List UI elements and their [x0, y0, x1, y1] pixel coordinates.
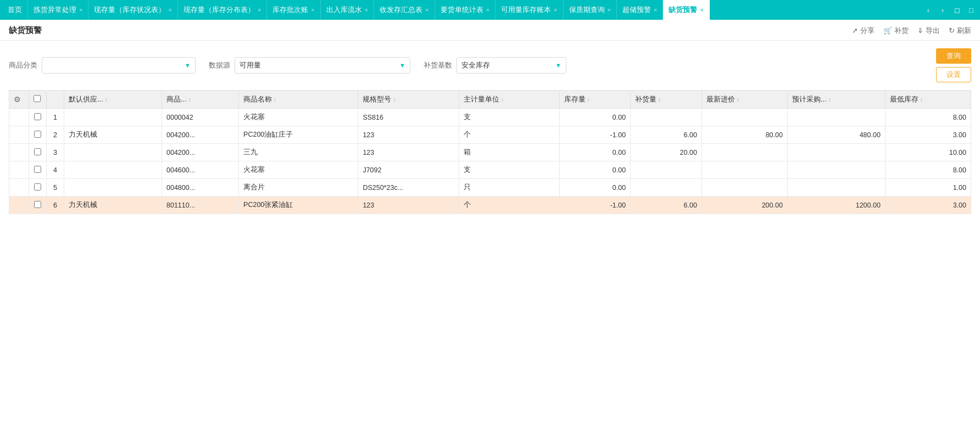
row-latest-price: 80.00: [701, 126, 787, 144]
tab-inout-flow[interactable]: 出入库流水 ×: [321, 0, 374, 20]
datasource-select[interactable]: 可用量 ▼: [235, 57, 410, 74]
row-checkbox[interactable]: [34, 113, 41, 120]
row-latest-price: 200.00: [701, 197, 787, 214]
th-spec: 规格型号 ↕: [358, 91, 459, 109]
sort-supplier[interactable]: 默认供应... ↕: [69, 94, 157, 104]
tab-inventory-status[interactable]: 现存量（库存状况表） ×: [88, 0, 177, 20]
row-checkbox[interactable]: [34, 131, 41, 138]
tab-available-ledger[interactable]: 可用量库存账本 ×: [495, 0, 563, 20]
sort-code[interactable]: 商品... ↕: [166, 94, 234, 104]
tab-overstock[interactable]: 超储预警 ×: [617, 0, 663, 20]
restore-button[interactable]: ◻: [950, 3, 964, 16]
commodity-select[interactable]: ▼: [42, 57, 196, 74]
close-icon[interactable]: ×: [79, 7, 82, 13]
th-latest-price: 最新进价 ↕: [701, 91, 787, 109]
row-checkbox-cell[interactable]: [29, 144, 47, 161]
datasource-filter-group: 数据源 可用量 ▼: [209, 57, 410, 74]
query-button[interactable]: 查询: [936, 48, 971, 64]
row-min-stock: 8.00: [885, 109, 971, 126]
close-icon[interactable]: ×: [700, 7, 703, 13]
select-all-checkbox[interactable]: [34, 95, 41, 102]
page-header: 缺货预警 ➚ 分享 🛒 补货 ⇓ 导出 ↻ 刷新: [0, 20, 980, 41]
refresh-button[interactable]: ↻ 刷新: [949, 26, 971, 36]
row-settings-cell[interactable]: [9, 144, 29, 161]
close-icon[interactable]: ×: [258, 7, 261, 13]
sort-est-purchase[interactable]: 预计采购... ↕: [792, 94, 881, 104]
tab-home[interactable]: 首页: [2, 0, 28, 20]
row-latest-price: [701, 179, 787, 197]
row-unit: 箱: [459, 144, 559, 161]
tab-requisition-stat[interactable]: 要货单统计表 ×: [435, 0, 495, 20]
row-checkbox[interactable]: [34, 183, 41, 191]
sort-stock[interactable]: 库存量 ↕: [564, 94, 626, 104]
main-content: 缺货预警 ➚ 分享 🛒 补货 ⇓ 导出 ↻ 刷新 商品分类: [0, 20, 980, 437]
sort-unit[interactable]: 主计量单位 ↕: [464, 94, 554, 104]
replenish-base-label: 补货基数: [424, 61, 452, 70]
close-icon[interactable]: ×: [554, 7, 557, 13]
row-checkbox-cell[interactable]: [29, 197, 47, 214]
top-navigation: 首页 拣货异常处理 × 现存量（库存状况表） × 现存量（库存分布表） × 库存…: [0, 0, 980, 20]
row-replenish: [631, 161, 702, 179]
settings-button[interactable]: 设置: [936, 67, 971, 82]
tab-defect-abnormal[interactable]: 拣货异常处理 ×: [28, 0, 88, 20]
datasource-dropdown-icon: ▼: [399, 62, 405, 69]
sort-spec[interactable]: 规格型号 ↕: [363, 94, 454, 104]
row-checkbox-cell[interactable]: [29, 179, 47, 197]
sort-icon: ↕: [658, 97, 661, 103]
export-icon: ⇓: [917, 26, 923, 35]
column-settings-icon[interactable]: ⚙: [14, 95, 21, 104]
row-checkbox[interactable]: [34, 166, 41, 173]
tab-recv-summary[interactable]: 收发存汇总表 ×: [374, 0, 435, 20]
row-checkbox[interactable]: [34, 201, 41, 208]
sort-latest-price[interactable]: 最新进价 ↕: [706, 94, 783, 104]
row-settings-cell[interactable]: [9, 197, 29, 214]
close-icon[interactable]: ×: [311, 7, 314, 13]
close-icon[interactable]: ×: [365, 7, 368, 13]
table-row: 4 004600... 火花塞 J7092 支 0.00 8.00: [9, 161, 971, 179]
replenish-base-select[interactable]: 安全库存 ▼: [456, 57, 566, 74]
row-stock: 0.00: [559, 144, 631, 161]
replenish-button[interactable]: 🛒 补货: [883, 26, 909, 36]
share-button[interactable]: ➚ 分享: [852, 26, 875, 36]
prev-tab-button[interactable]: ‹: [922, 3, 935, 16]
th-checkbox: [29, 91, 47, 109]
row-checkbox-cell[interactable]: [29, 109, 47, 126]
replenish-base-filter-group: 补货基数 安全库存 ▼: [424, 57, 566, 74]
datasource-label: 数据源: [209, 61, 230, 70]
row-supplier: [64, 179, 162, 197]
maximize-button[interactable]: □: [965, 3, 978, 16]
tab-shortage[interactable]: 缺货预警 ×: [663, 0, 709, 20]
sort-replenish[interactable]: 补货量 ↕: [635, 94, 697, 104]
close-icon[interactable]: ×: [168, 7, 171, 13]
export-button[interactable]: ⇓ 导出: [917, 26, 940, 36]
row-est-purchase: 480.00: [787, 126, 885, 144]
row-settings-cell[interactable]: [9, 179, 29, 197]
tab-inventory-batch[interactable]: 库存批次账 ×: [267, 0, 320, 20]
close-icon[interactable]: ×: [425, 7, 428, 13]
row-code: 004600...: [162, 161, 239, 179]
row-checkbox[interactable]: [34, 148, 41, 155]
row-settings-cell[interactable]: [9, 126, 29, 144]
th-min-stock: 最低库存 ↕: [885, 91, 971, 109]
close-icon[interactable]: ×: [486, 7, 489, 13]
row-settings-cell[interactable]: [9, 109, 29, 126]
table-header-row: ⚙ 默认供应... ↕ 商品...: [9, 91, 971, 109]
sort-icon: ↕: [920, 97, 923, 103]
row-checkbox-cell[interactable]: [29, 126, 47, 144]
sort-name[interactable]: 商品名称 ↕: [243, 94, 353, 104]
row-settings-cell[interactable]: [9, 161, 29, 179]
close-icon[interactable]: ×: [608, 7, 611, 13]
tab-expiry-query[interactable]: 保质期查询 ×: [564, 0, 617, 20]
row-name: 离合片: [239, 179, 358, 197]
row-est-purchase: [787, 179, 885, 197]
tab-inventory-dist[interactable]: 现存量（库存分布表） ×: [178, 0, 267, 20]
th-unit: 主计量单位 ↕: [459, 91, 559, 109]
close-icon[interactable]: ×: [654, 7, 657, 13]
sort-min-stock[interactable]: 最低库存 ↕: [890, 94, 966, 104]
row-checkbox-cell[interactable]: [29, 161, 47, 179]
row-supplier: [64, 161, 162, 179]
row-stock: 0.00: [559, 109, 631, 126]
row-number: 3: [47, 144, 64, 161]
row-number: 2: [47, 126, 64, 144]
next-tab-button[interactable]: ›: [936, 3, 949, 16]
